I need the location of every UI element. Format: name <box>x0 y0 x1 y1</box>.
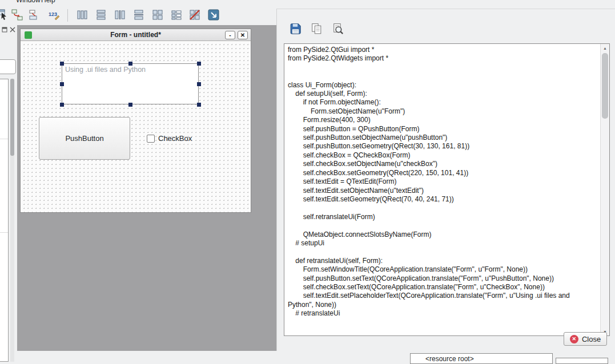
code-vertical-scrollbar[interactable]: ▲ ▼ <box>600 44 609 335</box>
widget-list[interactable] <box>0 79 9 362</box>
layout-splitter-vertical-icon <box>132 9 145 21</box>
dock-float-icon[interactable] <box>1 26 8 33</box>
toolbar-separator <box>67 9 68 22</box>
code-box: from PySide2.QtGui import * from PySide2… <box>284 43 610 336</box>
menubar: Window Help <box>0 0 276 5</box>
edit-widgets-icon <box>0 9 9 21</box>
layout-form-button[interactable] <box>168 6 185 23</box>
adjust-size-icon <box>207 9 220 21</box>
menu-window[interactable]: Window <box>16 0 41 4</box>
resource-root-item[interactable]: <resource root> <box>411 354 552 363</box>
close-dialog-label: Close <box>582 335 601 343</box>
save-button[interactable] <box>287 21 303 37</box>
layout-grid-button[interactable] <box>149 6 166 23</box>
selection-handle-middle-left[interactable] <box>60 82 64 86</box>
code-scrollbar-thumb[interactable] <box>602 53 608 119</box>
close-button[interactable]: ✕ <box>238 31 248 39</box>
layout-vertical-icon <box>95 9 107 21</box>
main-toolbar: 123 <box>0 5 276 25</box>
edit-buddies-icon <box>29 9 41 21</box>
layout-splitter-horizontal-button[interactable] <box>111 6 128 23</box>
edit-signals-slots-button[interactable] <box>9 6 26 23</box>
selection-handle-top-right[interactable] <box>197 62 201 66</box>
pushbutton-widget[interactable]: PushButton <box>39 117 130 160</box>
close-dialog-button[interactable]: ✕ Close <box>564 332 607 346</box>
textedit-widget[interactable]: Using .ui files and Python <box>62 63 199 104</box>
selection-handle-top-left[interactable] <box>60 62 64 66</box>
checkbox-box[interactable] <box>147 135 155 143</box>
layout-grid-icon <box>151 9 164 21</box>
layout-horizontal-button[interactable] <box>74 6 91 23</box>
close-circle-icon: ✕ <box>570 335 578 343</box>
resource-browser-detail-panel <box>556 358 608 364</box>
layout-splitter-vertical-button[interactable] <box>130 6 147 23</box>
edit-tab-order-icon: 123 <box>47 9 60 21</box>
resource-browser-panel[interactable]: <resource root> <box>410 353 553 364</box>
checkbox-label: CheckBox <box>158 134 192 143</box>
widget-filter-input[interactable] <box>0 59 16 74</box>
form-canvas[interactable]: Using .ui files and Python PushButton Ch… <box>21 41 251 212</box>
widget-list-separator <box>0 232 8 233</box>
break-layout-icon <box>188 9 201 21</box>
selection-handle-bottom-left[interactable] <box>60 103 64 107</box>
layout-form-icon <box>170 9 183 21</box>
form-window: Form - untitled* - ✕ Using .ui files and… <box>20 29 251 213</box>
menu-help[interactable]: Help <box>41 0 55 4</box>
code-view[interactable]: from PySide2.QtGui import * from PySide2… <box>284 44 600 335</box>
selection-handle-top-middle[interactable] <box>128 62 132 66</box>
widget-list-scrollbar-thumb[interactable] <box>10 79 14 156</box>
copy-button[interactable] <box>308 21 324 37</box>
find-button[interactable] <box>329 21 345 37</box>
save-icon <box>289 22 302 35</box>
dock-close-icon[interactable] <box>9 26 16 33</box>
selection-handle-bottom-right[interactable] <box>197 103 201 107</box>
layout-splitter-horizontal-icon <box>114 9 126 21</box>
selection-handle-middle-right[interactable] <box>197 82 201 86</box>
minimize-button[interactable]: - <box>225 31 235 39</box>
edit-buddies-button[interactable] <box>26 6 43 23</box>
edit-signals-slots-icon <box>11 9 23 21</box>
adjust-size-button[interactable] <box>205 6 222 23</box>
svg-text:123: 123 <box>49 11 57 17</box>
checkbox-widget[interactable]: CheckBox <box>147 134 192 143</box>
scroll-up-icon[interactable]: ▲ <box>601 44 609 52</box>
break-layout-button[interactable] <box>186 6 203 23</box>
widget-box-dock <box>0 24 17 351</box>
form-titlebar[interactable]: Form - untitled* - ✕ <box>21 29 251 41</box>
selection-handle-bottom-middle[interactable] <box>128 103 132 107</box>
copy-icon <box>310 22 323 35</box>
layout-horizontal-icon <box>76 9 89 21</box>
code-preview-dialog: from PySide2.QtGui import * from PySide2… <box>276 9 615 351</box>
code-dialog-toolbar <box>287 21 345 37</box>
layout-vertical-button[interactable] <box>93 6 110 23</box>
find-icon <box>331 22 344 35</box>
form-title: Form - untitled* <box>21 31 251 39</box>
textedit-placeholder: Using .ui files and Python <box>65 66 146 74</box>
widget-list-separator <box>0 139 8 139</box>
edit-tab-order-button[interactable]: 123 <box>45 6 62 23</box>
widget-list-scrollbar[interactable] <box>10 79 14 362</box>
